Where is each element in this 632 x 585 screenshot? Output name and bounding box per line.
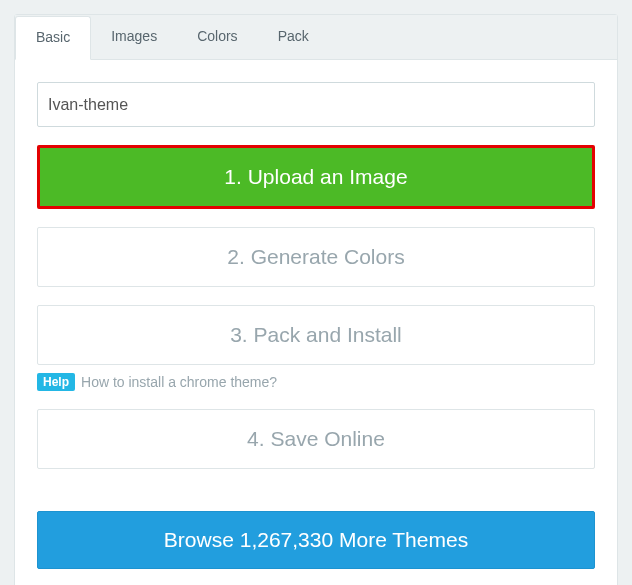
help-text[interactable]: How to install a chrome theme?	[81, 374, 277, 390]
step-pack-install-button[interactable]: 3. Pack and Install	[37, 305, 595, 365]
step-save-online-button[interactable]: 4. Save Online	[37, 409, 595, 469]
tab-basic[interactable]: Basic	[15, 16, 91, 60]
tab-content-basic: 1. Upload an Image 2. Generate Colors 3.…	[15, 60, 617, 585]
step-upload-image-button[interactable]: 1. Upload an Image	[37, 145, 595, 209]
tab-colors[interactable]: Colors	[177, 16, 257, 60]
help-row: Help How to install a chrome theme?	[37, 373, 595, 391]
step-generate-colors-button[interactable]: 2. Generate Colors	[37, 227, 595, 287]
tab-pack[interactable]: Pack	[258, 16, 329, 60]
help-badge[interactable]: Help	[37, 373, 75, 391]
theme-name-input[interactable]	[37, 82, 595, 127]
tab-images[interactable]: Images	[91, 16, 177, 60]
browse-more-themes-button[interactable]: Browse 1,267,330 More Themes	[37, 511, 595, 569]
tab-bar: Basic Images Colors Pack	[15, 15, 617, 60]
theme-editor-panel: Basic Images Colors Pack 1. Upload an Im…	[14, 14, 618, 585]
